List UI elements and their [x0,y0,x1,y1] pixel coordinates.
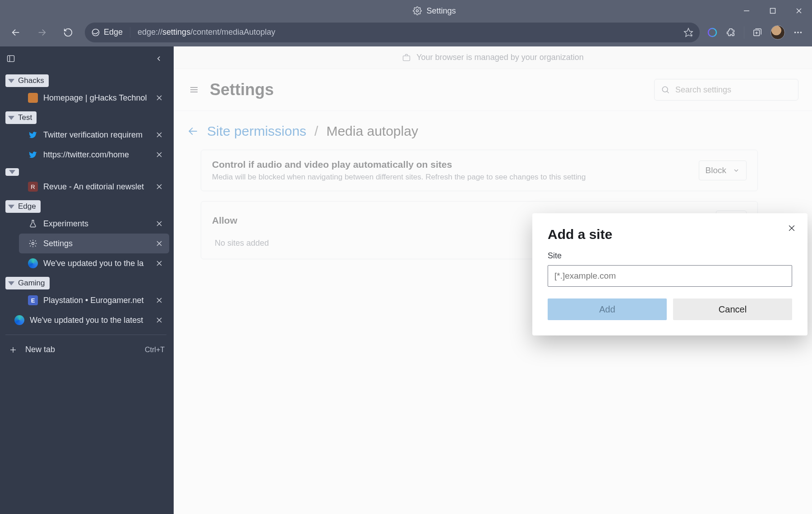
tab-group-chip[interactable]: Test [5,111,37,124]
close-tab-icon[interactable] [154,129,165,140]
close-tab-icon[interactable] [154,218,165,229]
close-tab-icon[interactable] [154,149,165,160]
site-identity: Edge [91,28,123,37]
tab-group-name: Gaming [18,279,45,288]
svg-point-17 [797,32,799,33]
vertical-tabs-sidebar: GhacksHomepage | gHacks TechnolTestTwitt… [0,46,174,514]
new-tab-button[interactable]: New tab Ctrl+T [3,340,169,360]
forward-button[interactable] [32,23,51,42]
tab-group: EdgeExperimentsSettingsWe've updated you… [3,197,169,273]
favorite-star-icon[interactable] [683,28,693,37]
twitter-favicon-icon [28,130,38,140]
svg-point-18 [800,32,802,33]
tab-item[interactable]: Experiments [19,214,169,234]
tab-group: GhacksHomepage | gHacks Technol [3,71,169,108]
tab-actions-icon[interactable] [6,54,15,63]
chevron-down-icon [8,281,14,285]
chevron-down-icon [8,116,14,120]
close-tab-icon[interactable] [154,181,165,192]
tab-group-chip[interactable]: Ghacks [5,74,49,87]
browser-toolbar: Edge edge://settings/content/mediaAutopl… [0,22,812,46]
window-minimize-button[interactable] [734,0,760,22]
collections-icon[interactable] [752,28,762,37]
close-tab-icon[interactable] [154,238,165,249]
chevron-down-icon [8,205,14,209]
tab-label: Settings [43,239,148,248]
eurogamer-favicon-icon: E [28,295,38,305]
edge-favicon-icon [14,315,24,325]
window-titlebar: Settings [0,0,812,22]
refresh-button[interactable] [59,23,78,42]
tab-group: GamingEPlaystation • Eurogamer.net [3,273,169,310]
close-tab-icon[interactable] [154,258,165,269]
tab-group-name: Edge [18,202,36,211]
close-tab-icon[interactable] [154,295,165,306]
tab-label: We've updated you to the latest [30,316,148,325]
tab-item[interactable]: EPlaystation • Eurogamer.net [19,290,169,310]
tab-group: TestTwitter verification requiremhttps:/… [3,108,169,165]
tab-label: Homepage | gHacks Technol [43,93,148,103]
tab-group-name: Ghacks [18,76,44,85]
svg-point-16 [794,32,796,33]
close-tab-icon[interactable] [154,315,165,326]
tab-item[interactable]: Homepage | gHacks Technol [19,88,169,108]
modal-title: Add a site [548,227,792,242]
tab-label: Playstation • Eurogamer.net [43,296,148,305]
modal-field-label: Site [548,251,792,261]
collapse-sidebar-button[interactable] [151,51,166,66]
window-close-button[interactable] [786,0,812,22]
tab-label: Experiments [43,219,148,229]
url-text: edge://settings/content/mediaAutoplay [138,28,275,37]
modal-site-input[interactable] [548,265,792,287]
gear-icon [413,6,422,15]
ghacks-favicon-icon [28,93,38,103]
edge-logo-icon [91,28,100,37]
svg-point-12 [708,28,716,37]
tab-item[interactable]: https://twitter.com/home [19,145,169,165]
sidebar-divider [5,335,166,335]
tab-label: Twitter verification requirem [43,130,148,140]
copilot-icon[interactable] [707,27,718,38]
extensions-icon[interactable] [726,28,736,37]
tab-group-name: Test [18,113,32,122]
more-menu-icon[interactable] [793,28,803,37]
tab-item[interactable]: Settings [19,234,169,253]
site-identity-label: Edge [104,28,123,37]
back-button[interactable] [6,23,25,42]
tab-group: RRevue - An editorial newslet [3,165,169,197]
tab-item[interactable]: We've updated you to the latest [5,310,169,330]
svg-rect-2 [770,9,775,14]
add-site-modal: Add a site Site Add Cancel [532,213,807,335]
chevron-down-icon [9,170,15,174]
tab-group-chip[interactable] [5,168,19,176]
chevron-down-icon [8,79,14,83]
tab-item[interactable]: We've updated you to the la [19,253,169,273]
close-tab-icon[interactable] [154,92,165,103]
settings-content: Your browser is managed by your organiza… [174,46,812,514]
edge-favicon-icon [28,258,38,268]
tab-group-chip[interactable]: Edge [5,200,41,213]
tab-label: https://twitter.com/home [43,150,148,160]
tab-group-chip[interactable]: Gaming [5,277,50,289]
plus-icon [9,346,17,354]
profile-avatar[interactable] [770,25,785,40]
address-separator [130,27,130,38]
twitter-favicon-icon [28,150,38,160]
tab-item[interactable]: Twitter verification requirem [19,125,169,145]
svg-point-0 [416,10,419,12]
revue-favicon-icon: R [28,182,38,192]
flask-favicon-icon [28,219,38,229]
address-bar[interactable]: Edge edge://settings/content/mediaAutopl… [85,23,700,42]
svg-point-31 [32,243,34,245]
modal-cancel-button[interactable]: Cancel [673,298,792,320]
new-tab-label: New tab [25,345,55,354]
modal-close-button[interactable] [785,221,798,235]
modal-add-button[interactable]: Add [548,298,667,320]
window-title: Settings [426,6,456,16]
tab-label: We've updated you to the la [43,259,148,268]
window-maximize-button[interactable] [760,0,786,22]
tab-label: Revue - An editorial newslet [43,182,148,192]
gear-favicon-icon [28,239,38,248]
svg-rect-19 [8,55,14,61]
tab-item[interactable]: RRevue - An editorial newslet [19,177,169,197]
